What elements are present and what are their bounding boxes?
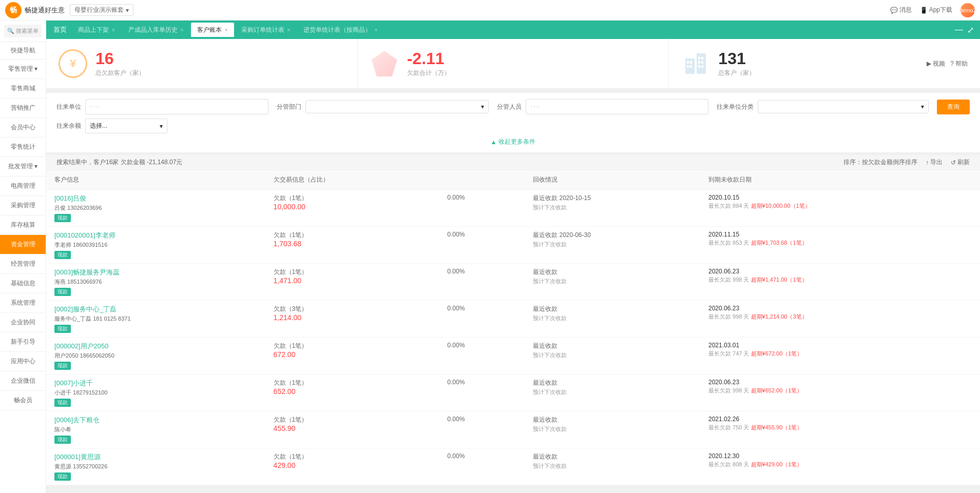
recovery-date: 最近收款	[533, 416, 692, 424]
sidebar-item-retail-mgmt[interactable]: 零售管理 ▾	[0, 60, 46, 79]
export-btn[interactable]: ↑ 导出	[926, 158, 943, 167]
tab-customer-account[interactable]: 客户账本 ×	[191, 23, 234, 37]
query-button[interactable]: 查询	[937, 100, 970, 114]
sidebar-item-finance[interactable]: 资金管理	[0, 235, 46, 254]
customer-name[interactable]: [0016]吕俊	[54, 194, 257, 203]
app-download-btn[interactable]: 📱 App下载	[920, 6, 952, 14]
customer-info-cell: [0016]吕俊 吕俊 13026203696 现款	[46, 190, 265, 227]
overdue-date: 2020.06.23	[708, 379, 972, 386]
sidebar-item-app-center[interactable]: 应用中心	[0, 352, 46, 371]
customer-name[interactable]: [0006]去下粮仓	[54, 416, 257, 425]
overdue-days: 最长欠款 750 天 超期¥455.90（1笔）	[708, 424, 972, 431]
refresh-btn[interactable]: ↺ 刷新	[951, 158, 970, 167]
customer-phone: 海燕 18513066976	[54, 278, 257, 286]
debt-count-cell: 欠款（1笔） 429.00	[265, 448, 435, 485]
overdue-link[interactable]: 超期¥1,703.68（1笔）	[751, 240, 808, 246]
sidebar-item-quick-nav[interactable]: 快捷导航	[0, 42, 46, 60]
debt-count: 欠款（1笔）	[274, 342, 427, 350]
message-btn[interactable]: 💬 消息	[890, 6, 912, 14]
sidebar-item-ops-mgmt[interactable]: 经营管理	[0, 254, 46, 274]
debt-count-cell: 欠款（3笔） 1,214.00	[265, 301, 435, 338]
top-bar-left: 畅 畅捷通好生意 母婴行业演示账套 ▾	[5, 2, 133, 18]
from-unit-input[interactable]: ···	[85, 99, 268, 114]
recovery-cell: 最近收款 2020-06-30 预计下次收款	[525, 227, 700, 264]
customer-name[interactable]: [0002]服务中心_丁磊	[54, 305, 257, 314]
overdue-date: 2020.11.15	[708, 231, 972, 238]
dept-select[interactable]: ▾	[305, 100, 489, 113]
table-row: [0002]服务中心_丁磊 服务中心_丁磊 181 0125 8371 现款 欠…	[46, 301, 980, 338]
help-btn[interactable]: ? 帮助	[950, 60, 968, 68]
overdue-link[interactable]: 超期¥1,471.00（1笔）	[751, 277, 808, 283]
customer-tag: 现款	[54, 251, 71, 259]
sidebar-item-marketing[interactable]: 营销推广	[0, 98, 46, 118]
debt-count: 欠款（1笔）	[274, 452, 427, 461]
collapse-btn[interactable]: ▲ 收起更多条件	[491, 137, 536, 146]
sidebar-item-batch-mgmt[interactable]: 批发管理 ▾	[0, 157, 46, 176]
customer-name[interactable]: [0007]小进千	[54, 379, 257, 388]
sort-label[interactable]: 排序：按欠款金额倒序排序	[843, 158, 917, 167]
customer-name[interactable]: [0003]畅捷服务尹海蕊	[54, 268, 257, 277]
overdue-link[interactable]: 超期¥1,214.00（3笔）	[751, 313, 808, 320]
person-label: 分管人员	[497, 103, 522, 111]
unit-category-select[interactable]: ▾	[758, 100, 929, 113]
avatar[interactable]: demo2	[960, 3, 975, 17]
svg-rect-2	[687, 61, 689, 64]
debt-amount-label: 欠款合计（万）	[407, 69, 450, 77]
tab-products-offline[interactable]: 商品上下架 ×	[72, 23, 121, 37]
sidebar-item-retail-store[interactable]: 零售商城	[0, 79, 46, 98]
recovery-cell: 最近收款 预计下次收款	[525, 338, 700, 374]
tab-close-purchase-order[interactable]: ×	[287, 27, 291, 33]
sidebar-item-retail-stats[interactable]: 零售统计	[0, 137, 46, 157]
overdue-link[interactable]: 超期¥455.90（1笔）	[751, 424, 803, 430]
debt-count-cell: 欠款（1笔） 1,471.00	[265, 264, 435, 301]
sidebar-item-enterprise[interactable]: 企业协同	[0, 313, 46, 332]
refresh-icon: ↺	[951, 159, 956, 166]
search-menu-btn[interactable]: 🔍 搜索菜单	[4, 25, 42, 37]
sidebar-item-wechat[interactable]: 企业微信	[0, 371, 46, 391]
debt-amount: 1,214.00	[274, 313, 427, 322]
overdue-days: 最长欠款 998 天 超期¥1,214.00（3笔）	[708, 313, 972, 321]
customer-name[interactable]: [000001]黄思源	[54, 452, 257, 462]
debt-count: 欠款（1笔）	[274, 416, 427, 424]
recovery-next: 预计下次收款	[533, 314, 692, 322]
overdue-link[interactable]: 超期¥672.00（1笔）	[751, 350, 803, 357]
person-input[interactable]: ···	[526, 99, 709, 114]
sidebar-item-guide[interactable]: 新手引导	[0, 332, 46, 352]
tab-close-customer-account[interactable]: ×	[225, 27, 228, 33]
overdue-link[interactable]: 超期¥429.00（1笔）	[751, 461, 803, 467]
tab-maximize-icon[interactable]: ⤢	[967, 25, 974, 35]
tab-close-purchase-stats[interactable]: ×	[374, 27, 377, 33]
dept-label: 分管部门	[277, 103, 301, 111]
customer-name[interactable]: [0001020001]李老师	[54, 231, 257, 240]
tab-purchase-order[interactable]: 采购订单统计表 ×	[235, 23, 297, 37]
filter-person: 分管人员 ···	[497, 99, 709, 114]
balance-select[interactable]: 选择... ▾	[85, 119, 167, 133]
store-selector[interactable]: 母婴行业演示账套 ▾	[70, 4, 133, 16]
sidebar-item-inventory[interactable]: 库存核算	[0, 215, 46, 235]
sidebar-item-member[interactable]: 会员中心	[0, 118, 46, 137]
tab-minimize-icon[interactable]: —	[955, 25, 963, 34]
view-video-btn[interactable]: ▶ 视频	[927, 60, 945, 68]
tab-close-products-offline[interactable]: ×	[112, 27, 115, 33]
debt-amount: 1,471.00	[274, 277, 427, 285]
sidebar-item-vip[interactable]: 畅会员	[0, 391, 46, 410]
tab-purchase-stats[interactable]: 进货单统计表（按商品） ×	[297, 23, 383, 37]
customer-info-cell: [0001020001]李老师 李老师 18600391516 现款	[46, 227, 265, 264]
debt-amount-icon	[370, 49, 399, 78]
sidebar-item-ecommerce[interactable]: 电商管理	[0, 176, 46, 196]
tab-home[interactable]: 首页	[48, 25, 72, 34]
sidebar-item-purchase[interactable]: 采购管理	[0, 196, 46, 215]
sidebar-item-basic-info[interactable]: 基础信息	[0, 274, 46, 293]
recovery-next: 预计下次收款	[533, 388, 692, 396]
overdue-date: 2020.10.15	[708, 194, 972, 201]
sidebar-item-system[interactable]: 系统管理	[0, 293, 46, 313]
debt-amount: 429.00	[274, 461, 427, 469]
overdue-link[interactable]: 超期¥652.00（1笔）	[751, 387, 803, 393]
tab-product-history[interactable]: 产成品入库单历史 ×	[122, 23, 190, 37]
customer-name[interactable]: [000002]用户2050	[54, 342, 257, 351]
overdue-link[interactable]: 超期¥10,000.00（1笔）	[751, 203, 811, 209]
chevron-up-icon: ▲	[491, 139, 497, 146]
debt-ratio-cell: 0.00%	[435, 227, 525, 264]
customer-info-cell: [0007]小进千 小进千 18279152100 现款	[46, 374, 265, 411]
tab-close-product-history[interactable]: ×	[181, 27, 184, 33]
